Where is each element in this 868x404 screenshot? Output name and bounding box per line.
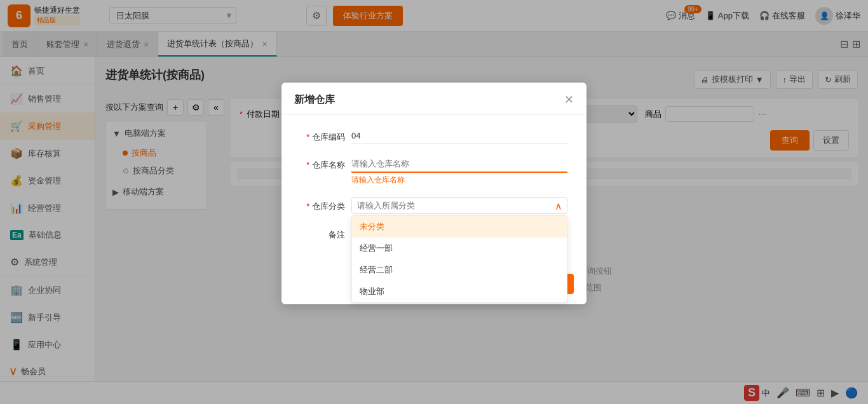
category-input[interactable] xyxy=(351,197,567,214)
code-required-star: * xyxy=(306,132,309,142)
name-error-msg: 请输入仓库名称 xyxy=(351,175,567,185)
category-dropdown: 未分类 经营一部 经营二部 物业部 xyxy=(351,215,567,303)
dialog-title: 新增仓库 xyxy=(294,93,335,107)
code-input[interactable]: 04 xyxy=(351,128,567,144)
remark-label: 备注 xyxy=(301,226,351,241)
name-input[interactable] xyxy=(351,156,567,173)
code-label-text: 仓库编码 xyxy=(312,132,345,142)
remark-label-text: 备注 xyxy=(329,230,345,239)
dialog-body: * 仓库编码 04 * 仓库名称 请输入仓库名称 * 仓库分类 xyxy=(281,115,587,266)
name-label-text: 仓库名称 xyxy=(312,160,345,170)
code-form-row: * 仓库编码 04 xyxy=(301,128,567,144)
category-control: ∧ xyxy=(351,197,567,214)
code-label: * 仓库编码 xyxy=(301,128,351,143)
new-warehouse-dialog: 新增仓库 ✕ * 仓库编码 04 * 仓库名称 请输入仓库名称 xyxy=(281,83,587,304)
code-control: 04 xyxy=(351,128,567,144)
category-required-star: * xyxy=(306,201,309,211)
name-label: * 仓库名称 xyxy=(301,156,351,171)
dropdown-item-0[interactable]: 未分类 xyxy=(352,216,567,238)
dropdown-item-3[interactable]: 物业部 xyxy=(352,281,567,302)
category-label-text: 仓库分类 xyxy=(312,201,345,211)
dialog-close-button[interactable]: ✕ xyxy=(564,93,574,107)
dropdown-item-2[interactable]: 经营二部 xyxy=(352,259,567,281)
dialog-header: 新增仓库 ✕ xyxy=(281,83,587,115)
dropdown-item-1[interactable]: 经营一部 xyxy=(352,238,567,259)
category-form-row: * 仓库分类 ∧ 未分类 经营一部 经营二部 物业部 xyxy=(301,197,567,214)
name-control: 请输入仓库名称 xyxy=(351,156,567,185)
category-up-icon[interactable]: ∧ xyxy=(555,199,562,212)
name-form-row: * 仓库名称 请输入仓库名称 xyxy=(301,156,567,185)
category-label: * 仓库分类 xyxy=(301,197,351,212)
name-required-star: * xyxy=(306,160,309,170)
